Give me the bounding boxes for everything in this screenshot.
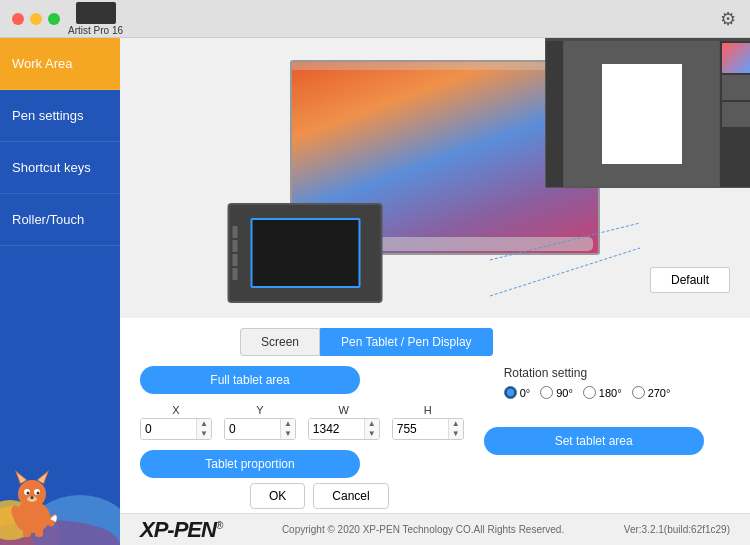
rotation-0[interactable]: 0° bbox=[504, 386, 531, 399]
tabs-row: Screen Pen Tablet / Pen Display bbox=[140, 328, 730, 356]
ps-panel-item3 bbox=[722, 102, 750, 127]
rotation-options: 0° 90° 180° bbox=[504, 386, 730, 399]
tablet-proportion-button[interactable]: Tablet proportion bbox=[140, 450, 360, 478]
tablet-btn bbox=[233, 240, 238, 252]
y-input[interactable] bbox=[225, 419, 280, 439]
cancel-button[interactable]: Cancel bbox=[313, 483, 388, 509]
x-label: X bbox=[172, 404, 179, 416]
ps-panels bbox=[719, 41, 750, 187]
xppen-logo: XP-PEN® bbox=[140, 517, 222, 543]
h-input[interactable] bbox=[393, 419, 448, 439]
tablet-active-area bbox=[250, 218, 360, 288]
rotation-label: Rotation setting bbox=[504, 366, 730, 380]
tablet-btn bbox=[233, 226, 238, 238]
sidebar: Work Area Pen settings Shortcut keys Rol… bbox=[0, 38, 120, 545]
y-up-arrow[interactable]: ▲ bbox=[281, 419, 295, 429]
ps-panel-item2 bbox=[722, 75, 750, 100]
ps-tools bbox=[546, 41, 564, 187]
svg-point-5 bbox=[18, 480, 46, 508]
tablet-btn bbox=[233, 268, 238, 280]
tab-screen[interactable]: Screen bbox=[240, 328, 320, 356]
tab-pen-tablet[interactable]: Pen Tablet / Pen Display bbox=[320, 328, 493, 356]
ok-button[interactable]: OK bbox=[250, 483, 305, 509]
device-name: Artist Pro 16 bbox=[68, 25, 123, 36]
h-field-group: H ▲ ▼ bbox=[392, 404, 464, 440]
mascot-icon bbox=[5, 462, 60, 537]
rotation-270[interactable]: 270° bbox=[632, 386, 671, 399]
rotation-section: Rotation setting 0° 90° bbox=[504, 366, 730, 399]
main-layout: Work Area Pen settings Shortcut keys Rol… bbox=[0, 38, 750, 545]
controls-area: Screen Pen Tablet / Pen Display Full tab… bbox=[120, 318, 750, 513]
h-input-wrap: ▲ ▼ bbox=[392, 418, 464, 440]
gear-icon[interactable]: ⚙ bbox=[720, 8, 736, 30]
svg-point-12 bbox=[27, 492, 30, 495]
content-area: Default Screen Pen Tablet / Pen Display … bbox=[120, 38, 750, 545]
title-bar: Artist Pro 16 ⚙ bbox=[0, 0, 750, 38]
bottom-buttons: Tablet proportion bbox=[140, 450, 464, 478]
h-down-arrow[interactable]: ▼ bbox=[449, 429, 463, 439]
sidebar-item-shortcut-keys[interactable]: Shortcut keys bbox=[0, 142, 120, 194]
controls-left: Full tablet area X ▲ ▼ bbox=[140, 366, 464, 478]
ps-canvas-area bbox=[564, 41, 719, 187]
xywh-row: X ▲ ▼ Y bbox=[140, 404, 464, 440]
x-arrows: ▲ ▼ bbox=[196, 419, 211, 439]
svg-rect-17 bbox=[35, 527, 43, 537]
y-down-arrow[interactable]: ▼ bbox=[281, 429, 295, 439]
x-up-arrow[interactable]: ▲ bbox=[197, 419, 211, 429]
svg-rect-16 bbox=[23, 527, 31, 537]
preview-area: Default bbox=[120, 38, 750, 318]
maximize-button[interactable] bbox=[48, 13, 60, 25]
tablet-side-buttons bbox=[233, 226, 238, 280]
x-input-wrap: ▲ ▼ bbox=[140, 418, 212, 440]
ps-window bbox=[545, 38, 750, 188]
rotation-270-radio[interactable] bbox=[632, 386, 645, 399]
w-down-arrow[interactable]: ▼ bbox=[365, 429, 379, 439]
w-field-group: W ▲ ▼ bbox=[308, 404, 380, 440]
w-arrows: ▲ ▼ bbox=[364, 419, 379, 439]
device-icon bbox=[76, 2, 116, 24]
controls-columns: Full tablet area X ▲ ▼ bbox=[140, 366, 730, 478]
rotation-180-radio[interactable] bbox=[583, 386, 596, 399]
x-input[interactable] bbox=[141, 419, 196, 439]
w-input[interactable] bbox=[309, 419, 364, 439]
y-arrows: ▲ ▼ bbox=[280, 419, 295, 439]
svg-point-15 bbox=[31, 496, 34, 499]
set-area-container: Set tablet area bbox=[484, 427, 730, 455]
h-label: H bbox=[424, 404, 432, 416]
controls-right: Rotation setting 0° 90° bbox=[484, 366, 730, 478]
traffic-lights bbox=[12, 13, 60, 25]
svg-point-13 bbox=[37, 492, 40, 495]
default-button[interactable]: Default bbox=[650, 267, 730, 293]
rotation-90[interactable]: 90° bbox=[540, 386, 573, 399]
svg-line-22 bbox=[490, 248, 640, 296]
y-input-wrap: ▲ ▼ bbox=[224, 418, 296, 440]
w-label: W bbox=[339, 404, 349, 416]
w-input-wrap: ▲ ▼ bbox=[308, 418, 380, 440]
sidebar-item-roller-touch[interactable]: Roller/Touch bbox=[0, 194, 120, 246]
rotation-0-radio[interactable] bbox=[504, 386, 517, 399]
ok-cancel-area: OK Cancel bbox=[250, 483, 389, 509]
set-tablet-area-button[interactable]: Set tablet area bbox=[484, 427, 704, 455]
tablet-preview bbox=[228, 203, 383, 303]
device-info: Artist Pro 16 bbox=[68, 2, 123, 36]
h-up-arrow[interactable]: ▲ bbox=[449, 419, 463, 429]
tablet-btn bbox=[233, 254, 238, 266]
x-down-arrow[interactable]: ▼ bbox=[197, 429, 211, 439]
sidebar-item-pen-settings[interactable]: Pen settings bbox=[0, 90, 120, 142]
close-button[interactable] bbox=[12, 13, 24, 25]
x-field-group: X ▲ ▼ bbox=[140, 404, 212, 440]
footer-copyright: Copyright © 2020 XP-PEN Technology CO.Al… bbox=[282, 524, 564, 535]
footer-version: Ver:3.2.1(build:62f1c29) bbox=[624, 524, 730, 535]
footer: XP-PEN® Copyright © 2020 XP-PEN Technolo… bbox=[120, 513, 750, 545]
h-arrows: ▲ ▼ bbox=[448, 419, 463, 439]
minimize-button[interactable] bbox=[30, 13, 42, 25]
y-field-group: Y ▲ ▼ bbox=[224, 404, 296, 440]
ps-canvas bbox=[602, 64, 682, 164]
full-tablet-area-button[interactable]: Full tablet area bbox=[140, 366, 360, 394]
rotation-180[interactable]: 180° bbox=[583, 386, 622, 399]
ps-body bbox=[546, 41, 750, 187]
rotation-90-radio[interactable] bbox=[540, 386, 553, 399]
sidebar-item-work-area[interactable]: Work Area bbox=[0, 38, 120, 90]
w-up-arrow[interactable]: ▲ bbox=[365, 419, 379, 429]
y-label: Y bbox=[256, 404, 263, 416]
